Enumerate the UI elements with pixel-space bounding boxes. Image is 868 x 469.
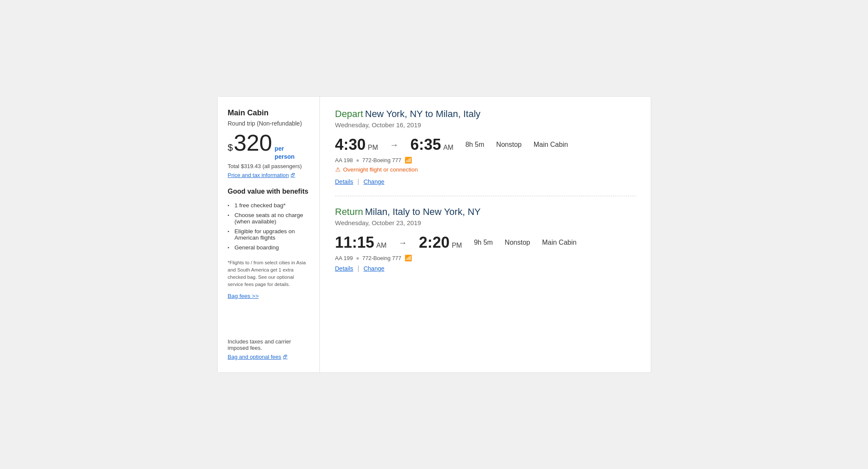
wifi-icon-2: 📶 <box>405 255 412 261</box>
depart-route: New York, NY to Milan, Italy <box>365 109 480 119</box>
benefits-title: Good value with benefits <box>228 188 309 195</box>
arrive-period: AM <box>443 144 454 152</box>
dot-separator-2: ■ <box>356 256 359 260</box>
left-panel: Main Cabin Round trip (Non-refundable) $… <box>218 97 320 372</box>
depart-times-row: 4:30 PM → 6:35 AM 8h 5m Nonstop Main Cab… <box>335 137 635 152</box>
return-duration: 9h 5m <box>474 239 493 246</box>
depart-period: PM <box>368 144 378 152</box>
benefit-item: 1 free checked bag* <box>228 200 309 210</box>
return-depart-time-block: 11:15 AM <box>335 235 387 250</box>
return-arrive-time: 2:20 <box>419 235 450 250</box>
return-section: Return Milan, Italy to New York, NY Wedn… <box>335 206 635 272</box>
external-link-icon-2: 🗗 <box>283 354 287 359</box>
return-flight-num: AA 199 <box>335 255 353 261</box>
pipe-separator-2: | <box>357 265 359 272</box>
section-divider <box>335 196 635 196</box>
depart-flight-info: AA 198 ■ 772-Boeing 777 📶 <box>335 157 635 163</box>
depart-label: Depart <box>335 109 363 119</box>
bag-fees-link[interactable]: Bag fees >> <box>228 293 309 299</box>
return-details-link[interactable]: Details <box>335 265 354 272</box>
return-route: Milan, Italy to New York, NY <box>365 206 480 217</box>
depart-duration: 8h 5m <box>466 141 484 149</box>
footnote: *Flights to / from select cities in Asia… <box>228 259 309 289</box>
return-links-row: Details | Change <box>335 265 635 272</box>
benefit-item: General boarding <box>228 243 309 252</box>
depart-change-link[interactable]: Change <box>363 178 384 185</box>
flight-card: Main Cabin Round trip (Non-refundable) $… <box>217 96 651 372</box>
trip-type: Round trip (Non-refundable) <box>228 120 309 127</box>
return-nonstop: Nonstop <box>505 239 530 246</box>
dollar-sign: $ <box>228 142 233 153</box>
return-label: Return <box>335 206 363 217</box>
pipe-separator: | <box>357 178 359 186</box>
cabin-title: Main Cabin <box>228 109 309 117</box>
benefit-item: Choose seats at no charge (when availabl… <box>228 210 309 226</box>
depart-details-link[interactable]: Details <box>335 178 354 185</box>
overnight-row: ⚠ Overnight flight or connection <box>335 166 635 173</box>
depart-date: Wednesday, October 16, 2019 <box>335 121 635 129</box>
warning-icon: ⚠ <box>335 166 341 173</box>
per-person: perperson <box>275 145 295 160</box>
price-tax-link[interactable]: Price and tax information 🗗 <box>228 172 296 178</box>
arrive-time: 6:35 <box>411 137 441 152</box>
return-depart-period: AM <box>377 242 387 249</box>
depart-aircraft: 772-Boeing 777 <box>362 157 401 163</box>
depart-time: 4:30 <box>335 137 366 152</box>
return-header: Return Milan, Italy to New York, NY <box>335 206 635 217</box>
return-change-link[interactable]: Change <box>363 265 384 272</box>
return-arrive-period: PM <box>452 242 462 249</box>
depart-header: Depart New York, NY to Milan, Italy <box>335 109 635 120</box>
return-depart-time: 11:15 <box>335 235 374 250</box>
return-flight-info: AA 199 ■ 772-Boeing 777 📶 <box>335 255 635 261</box>
depart-cabin-class: Main Cabin <box>534 141 568 149</box>
wifi-icon: 📶 <box>405 157 412 163</box>
arrive-time-block: 6:35 AM <box>411 137 454 152</box>
benefit-item: Eligible for upgrades on American flight… <box>228 226 309 243</box>
depart-nonstop: Nonstop <box>496 141 522 149</box>
arrow-icon-2: → <box>399 238 407 248</box>
benefit-list: 1 free checked bag* Choose seats at no c… <box>228 200 309 252</box>
depart-links-row: Details | Change <box>335 178 635 186</box>
external-link-icon: 🗗 <box>290 172 295 177</box>
return-times-row: 11:15 AM → 2:20 PM 9h 5m Nonstop Main Ca… <box>335 235 635 250</box>
total-price: Total $319.43 (all passengers) <box>228 163 309 169</box>
price-amount: 320 <box>234 131 272 154</box>
dot-separator: ■ <box>356 158 359 163</box>
arrow-icon: → <box>390 140 399 150</box>
depart-section: Depart New York, NY to Milan, Italy Wedn… <box>335 109 635 186</box>
return-arrive-time-block: 2:20 PM <box>419 235 462 250</box>
return-cabin-class: Main Cabin <box>542 239 577 246</box>
bag-optional-link[interactable]: Bag and optional fees 🗗 <box>228 354 288 360</box>
depart-time-block: 4:30 PM <box>335 137 378 152</box>
right-panel: Depart New York, NY to Milan, Italy Wedn… <box>320 97 651 372</box>
depart-flight-num: AA 198 <box>335 157 353 163</box>
return-aircraft: 772-Boeing 777 <box>362 255 401 261</box>
footer-note: Includes taxes and carrier imposed fees. <box>228 338 309 351</box>
return-date: Wednesday, October 23, 2019 <box>335 219 635 226</box>
price-row: $ 320 perperson <box>228 131 309 160</box>
overnight-msg: Overnight flight or connection <box>343 166 418 173</box>
